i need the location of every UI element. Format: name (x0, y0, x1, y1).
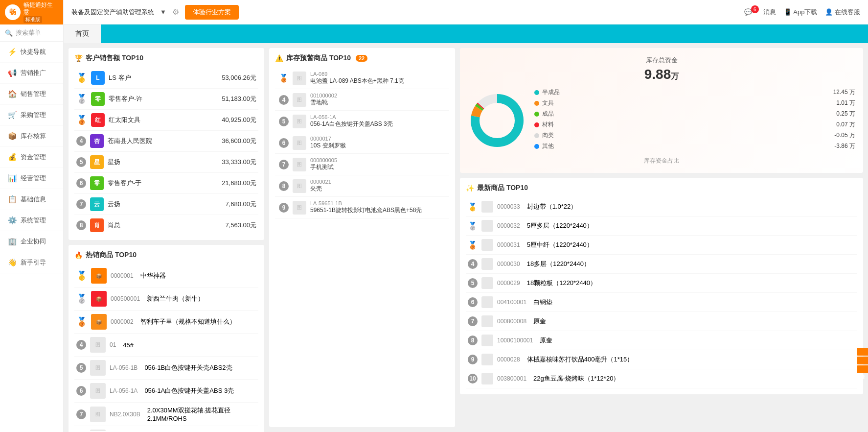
product-thumbnail (481, 239, 493, 251)
product-code: 0000017 (310, 136, 445, 142)
sidebar-item-marketing[interactable]: 📢 营销推广 (0, 63, 63, 84)
product-code: 0000033 (497, 203, 520, 210)
product-name: 056-1A白色按键开关盖ABS 3壳 (144, 386, 234, 395)
right-panel: 库存总资金 9.88万 (455, 43, 868, 432)
medal-icon: 🥈 (76, 293, 87, 304)
product-name: 智利车子里（规格不知道填什么） (140, 317, 236, 326)
list-item: 🥉 0000031 5厘中纤（1220*2440） (466, 236, 857, 255)
medal-icon: 🥉 (76, 316, 87, 327)
product-thumbnail: 📦 (91, 291, 107, 307)
product-code: LA-056-1A (110, 387, 137, 394)
sidebar-item-purchase[interactable]: 🛒 采购管理 (0, 105, 63, 126)
product-thumbnail: 图 (293, 93, 306, 107)
legend-dot (534, 101, 539, 106)
list-item: 7 000800008 原奎 (466, 312, 857, 331)
product-name: 原奎 (540, 336, 552, 345)
product-info: LA-056-1A 056-1A白色按键开关盖ABS 3壳 (310, 114, 445, 128)
rank-name: LS 客户 (109, 73, 218, 82)
sidebar-item-system[interactable]: ⚙️ 系统管理 (0, 210, 63, 231)
sidebar-item-label: 资金管理 (21, 153, 46, 162)
product-code: LA-089 (310, 71, 445, 77)
service-icon: 👤 (825, 8, 833, 16)
sidebar-item-label: 库存核算 (21, 132, 46, 141)
app-download-button[interactable]: 📱 App下载 (784, 8, 817, 17)
hot-products-card: 🔥 热销商品 TOP10 🥇 📦 0000001 中华神器 🥈 📦 000500… (69, 245, 264, 432)
product-code: 000800008 (497, 318, 526, 325)
hot-products-title: 🔥 热销商品 TOP10 (74, 251, 258, 260)
rank-number: 8 (76, 220, 86, 230)
legend-item: 肉类 -0.05 万 (534, 131, 855, 140)
inventory-icon: 📦 (8, 132, 17, 141)
list-item: 5 0000029 18颗粒板（1220*2440） (466, 274, 857, 293)
list-item: 7 图 000800005 手机测试 (275, 154, 449, 175)
product-info: 001000002 雪地靴 (310, 93, 445, 107)
sidebar-item-quicknav[interactable]: ⚡ 快捷导航 (0, 42, 63, 63)
legend-value: 0.07 万 (836, 120, 855, 129)
product-name: 22g鱼豆腐-烧烤味（1*12*20） (533, 374, 619, 383)
trial-button[interactable]: 体验行业方案 (185, 5, 239, 20)
rank-amount: 33,333.00元 (222, 158, 256, 167)
sidebar-item-newguide[interactable]: 👋 新手引导 (0, 252, 63, 273)
product-name: 59651-1B旋转投影灯电池盒ABS黑色+58壳 (310, 206, 445, 215)
rank-name: 云扬 (108, 200, 221, 209)
product-thumbnail (481, 373, 493, 384)
rank-number: 8 (468, 336, 478, 345)
product-thumbnail (481, 296, 493, 308)
inventory-warning-card: ⚠️ 库存预警商品 TOP10 22 🥉 图 LA-089 电池盖 LA-089… (269, 48, 455, 427)
product-thumbnail (481, 277, 493, 289)
hot-products-list: 🥇 📦 0000001 中华神器 🥈 📦 000500001 新西兰牛肉（新牛）… (74, 264, 258, 431)
product-code: 004100001 (497, 299, 526, 306)
rank-number: 4 (76, 136, 86, 146)
sidebar-logo: 畅 畅捷通好生意 标准版 (0, 0, 63, 24)
sidebar-item-basicinfo[interactable]: 📋 基础信息 (0, 189, 63, 210)
legend-dot (534, 112, 539, 117)
sidebar-item-sales[interactable]: 🏠 销售管理 (0, 84, 63, 105)
customer-service-button[interactable]: 客服热线 (857, 348, 868, 356)
list-item: 8 图 0000021 夹壳 (275, 175, 449, 197)
sidebar-item-label: 销售管理 (21, 90, 46, 98)
hot-product-item: 7 图 NB2.0X30B 2.0X30MM双搓花轴.搓花直径2.1MM/ROH… (74, 403, 258, 426)
rank-avatar: 零 (91, 92, 105, 106)
ranking-item: 🥇 L LS 客户 53,006.26元 (74, 68, 258, 89)
legend-value: -0.05 万 (834, 131, 855, 140)
rank-number: 6 (468, 297, 478, 307)
product-name: 18颗粒板（1220*2440） (527, 279, 596, 288)
tab-home[interactable]: 首页 (64, 24, 101, 43)
sidebar-item-inventory[interactable]: 📦 库存核算 (0, 126, 63, 147)
newest-products-list: 🥇 0000033 封边带（1.0*22） 🥈 0000032 5厘多层（122… (466, 197, 857, 388)
notification-button[interactable]: 💬 6 消息 (744, 8, 776, 17)
sidebar-item-label: 采购管理 (21, 111, 46, 120)
quicknav-icon: ⚡ (8, 48, 17, 56)
product-name: 5厘中纤（1220*2440） (527, 240, 593, 249)
hot-product-item: 8 图 0000011 12070519-xs (74, 426, 258, 431)
list-item: 🥉 图 LA-089 电池盖 LA-089 ABS本色+黑种 7.1克 (275, 68, 449, 89)
rank-number: 4 (279, 95, 289, 105)
product-name: 新西兰牛肉（新牛） (147, 294, 204, 303)
rank-number: 5 (279, 117, 289, 126)
product-code: 0000030 (497, 261, 520, 267)
search-menu-item[interactable]: 🔍 搜索菜单 (0, 24, 63, 42)
rank-name: 星扬 (108, 158, 218, 167)
sidebar-item-operation[interactable]: 📊 经营管理 (0, 168, 63, 189)
product-code: 01 (110, 341, 116, 348)
rank-name: 红太阳文具 (109, 116, 218, 124)
inventory-funds-card: 库存总资金 9.88万 (460, 48, 863, 173)
product-thumbnail: 图 (90, 360, 106, 376)
legend-dot (534, 122, 539, 127)
settings-icon[interactable]: ⚙ (172, 7, 179, 17)
sidebar-item-finance[interactable]: 💰 资金管理 (0, 147, 63, 168)
newest-products-title: ✨ 最新商品 TOP10 (466, 184, 857, 192)
hot-product-item: 5 图 LA-056-1B 056-1B白色按键开关壳ABS2壳 (74, 357, 258, 380)
rank-avatar: 杏 (90, 134, 104, 148)
system-dropdown[interactable]: ▼ (160, 8, 166, 16)
product-code: 10000100001 (497, 337, 533, 344)
legend-item: 半成品 12.45 万 (534, 88, 855, 96)
logo-badge: 标准版 (23, 16, 42, 23)
inventory-funds-label: 库存资金占比 (468, 157, 855, 165)
live-stream-button[interactable]: 直播 (857, 365, 868, 373)
service-community-button[interactable]: 服务社区 (857, 357, 868, 364)
online-service-button[interactable]: 👤 在线客服 (825, 8, 860, 17)
product-thumbnail: 图 (293, 201, 306, 215)
sidebar-item-label: 营销推广 (21, 69, 46, 77)
sidebar-item-enterprise[interactable]: 🏢 企业协同 (0, 231, 63, 252)
